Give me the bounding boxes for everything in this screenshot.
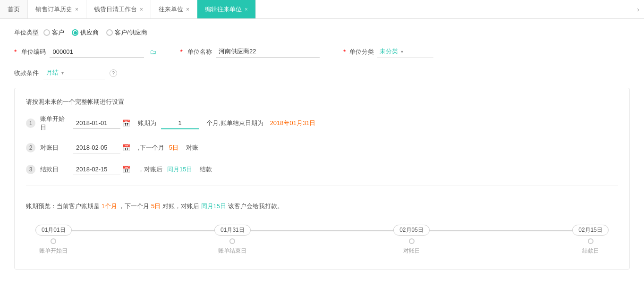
unit-name-input[interactable]	[216, 46, 320, 58]
row-num-1: 1	[26, 118, 35, 128]
unit-type-radio-group: 客户 供应商 客户/供应商	[43, 28, 147, 37]
unit-classify-wrap: * 单位分类 未分类 ▾	[343, 45, 433, 58]
tab-edit-label: 编辑往来单位	[205, 5, 242, 14]
timeline-dot-4	[588, 238, 593, 244]
radio-customer-label: 客户	[52, 28, 64, 37]
timeline-label-3: 对账日	[403, 247, 420, 255]
start-date-value: 2018-01-01	[73, 118, 120, 129]
timeline-label-2: 账单结束日	[218, 247, 246, 255]
settle-suffix-post: 结款	[200, 165, 212, 174]
radio-customer-circle	[43, 29, 50, 36]
timeline-node-3: 02月05日 对账日	[393, 225, 430, 255]
settle-suffix-pre: ，对账后	[138, 165, 162, 174]
unit-classify-value: 未分类	[380, 47, 398, 56]
start-date-cal-icon[interactable]: 📅	[122, 119, 130, 127]
grid-row-1: 1 账单开始日 2018-01-01 📅 账期为 个月,账单结束日期为 2018…	[26, 115, 618, 132]
timeline-date-4: 02月15日	[572, 225, 609, 236]
row-label-1: 账单开始日	[40, 115, 68, 132]
tab-home[interactable]: 首页	[0, 0, 28, 18]
settle-suffix-highlight: 同月15日	[167, 165, 192, 174]
help-icon[interactable]: ?	[110, 69, 117, 77]
unit-code-label: 单位编码	[21, 48, 46, 56]
start-date-wrap: 2018-01-01 📅	[73, 118, 130, 129]
timeline-line	[45, 230, 599, 231]
timeline-node-4: 02月15日 结款日	[572, 225, 609, 255]
reconcile-date-wrap: 2018-02-05 📅	[73, 142, 130, 153]
preview-mid2: 对账，对账后	[162, 203, 199, 210]
payment-cond-select[interactable]: 月结 ▾	[43, 67, 105, 79]
preview-part3: 同月15日	[201, 203, 226, 210]
row-label-3: 结款日	[40, 165, 68, 174]
tab-edit-close[interactable]: ×	[245, 6, 248, 13]
period-label: 账期为	[138, 119, 156, 127]
radio-both-circle	[106, 29, 113, 36]
reconcile-suffix-highlight: 5日	[169, 144, 178, 152]
radio-supplier[interactable]: 供应商	[72, 28, 99, 37]
settle-date-wrap: 2018-02-15 📅	[73, 164, 130, 175]
main-content: 单位类型 客户 供应商 客户/供应商 * 单位编码 🗂 * 单位名称	[0, 19, 644, 287]
unit-code-input[interactable]	[50, 46, 144, 58]
radio-both[interactable]: 客户/供应商	[106, 28, 147, 37]
preview-part1: 1个月	[102, 203, 117, 210]
section-box: 请按照未来的一个完整帐期进行设置 1 账单开始日 2018-01-01 📅 账期…	[14, 88, 630, 270]
settle-date-value: 2018-02-15	[73, 164, 120, 175]
unit-code-icon[interactable]: 🗂	[150, 48, 156, 56]
timeline-date-3: 02月05日	[393, 225, 430, 236]
preview-part2: 5日	[151, 203, 161, 210]
period-end-date: 2018年01月31日	[270, 119, 316, 127]
tab-sales-close[interactable]: ×	[75, 6, 78, 13]
tab-cash-work[interactable]: 钱货日清工作台 ×	[86, 0, 151, 18]
unit-type-label: 单位类型	[14, 28, 39, 37]
payment-chevron-icon: ▾	[61, 70, 64, 76]
unit-name-label: 单位名称	[187, 48, 212, 56]
grid-row-2: 2 对账日 2018-02-05 📅 ,下一个月 5日 对账	[26, 142, 618, 153]
unit-type-row: 单位类型 客户 供应商 客户/供应商	[14, 28, 630, 37]
reconcile-suffix-pre: ,下一个月	[138, 144, 164, 152]
classify-chevron-icon: ▾	[401, 49, 403, 54]
tab-sales-order[interactable]: 销售订单历史 ×	[28, 0, 86, 18]
radio-supplier-circle	[72, 29, 78, 36]
preview-bar: 账期预览：当前客户账期是 1个月 ，下一个月 5日 对账，对账后 同月15日 该…	[26, 195, 618, 211]
tab-cash-label: 钱货日清工作台	[94, 5, 137, 14]
section-divider	[26, 186, 618, 186]
tab-more-btn[interactable]: ›	[632, 0, 644, 18]
settle-date-cal-icon[interactable]: 📅	[122, 166, 130, 173]
timeline-dot-3	[409, 238, 415, 244]
tab-sales-label: 销售订单历史	[35, 5, 72, 14]
timeline-dot-1	[51, 238, 56, 244]
reconcile-suffix-post: 对账	[186, 144, 198, 152]
tab-bar: 首页 销售订单历史 × 钱货日清工作台 × 往来单位 × 编辑往来单位 × ›	[0, 0, 644, 19]
payment-cond-row: 收款条件 月结 ▾ ?	[14, 67, 630, 79]
timeline-node-2: 01月31日 账单结束日	[214, 225, 251, 255]
timeline-date-1: 01月01日	[35, 225, 72, 236]
timeline-dot-2	[229, 238, 235, 244]
unit-info-row: * 单位编码 🗂 * 单位名称 * 单位分类 未分类 ▾	[14, 45, 630, 58]
timeline-label-4: 结款日	[582, 247, 599, 255]
period-input[interactable]	[161, 118, 199, 129]
payment-cond-value: 月结	[46, 68, 59, 77]
tab-home-label: 首页	[8, 5, 20, 14]
unit-name-star: *	[180, 48, 182, 56]
unit-classify-select[interactable]: 未分类 ▾	[377, 45, 433, 58]
row-num-2: 2	[26, 143, 35, 152]
timeline-container: 01月01日 账单开始日 01月31日 账单结束日 02月05日 对账日	[26, 211, 618, 260]
preview-label: 账期预览：当前客户账期是	[26, 203, 100, 210]
preview-mid1: ，下一个月	[119, 203, 149, 210]
radio-supplier-label: 供应商	[80, 28, 99, 37]
row-num-3: 3	[26, 165, 35, 174]
tab-cash-close[interactable]: ×	[140, 6, 143, 13]
timeline-date-2: 01月31日	[214, 225, 251, 236]
tab-edit-partner[interactable]: 编辑往来单位 ×	[197, 0, 256, 18]
tab-partner[interactable]: 往来单位 ×	[151, 0, 197, 18]
section-title: 请按照未来的一个完整帐期进行设置	[26, 98, 618, 106]
tab-partner-close[interactable]: ×	[186, 6, 189, 13]
reconcile-date-value: 2018-02-05	[73, 142, 120, 153]
grid-row-3: 3 结款日 2018-02-15 📅 ，对账后 同月15日 结款	[26, 164, 618, 175]
radio-customer[interactable]: 客户	[43, 28, 64, 37]
classify-star: *	[343, 48, 346, 56]
period-suffix: 个月,账单结束日期为	[206, 119, 263, 127]
timeline-node-1: 01月01日 账单开始日	[35, 225, 72, 255]
unit-classify-label: 单位分类	[349, 48, 374, 56]
row-label-2: 对账日	[40, 144, 68, 152]
reconcile-date-cal-icon[interactable]: 📅	[122, 144, 130, 152]
